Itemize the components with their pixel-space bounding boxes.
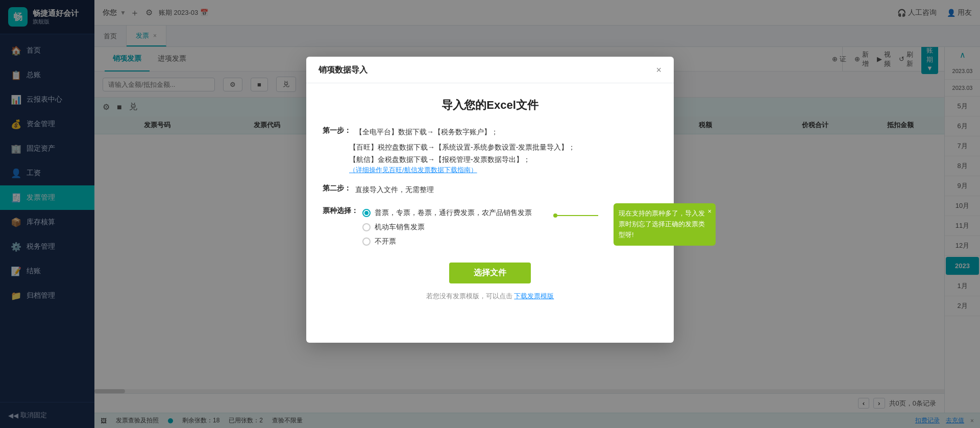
radio-label-1: 机动车销售发票	[375, 223, 425, 232]
ticket-type-label: 票种选择：	[323, 205, 358, 216]
modal-header: 销项数据导入 ×	[306, 57, 674, 83]
step2-content: 直接导入文件，无需整理	[355, 184, 434, 196]
tooltip-bubble: × 现在支持的票种多了，导入发票时别忘了选择正确的发票类型呀!	[614, 203, 716, 245]
step2: 第二步： 直接导入文件，无需整理	[323, 184, 657, 196]
select-file-button[interactable]: 选择文件	[449, 263, 531, 283]
step1-link-row: （详细操作见百旺/航信发票数据下载指南）	[349, 165, 657, 175]
ticket-type-row: 票种选择： 普票，专票，卷票，通行费发票，农产品销售发票 机动车销售发票 不开票	[323, 205, 657, 251]
step1-content-2: 【航信】金税盘数据下载→【报税管理-发票数据导出】；	[349, 155, 530, 163]
step1: 第一步： 【全电平台】数据下载→【税务数字账户】； 【百旺】税控盘数据下载→【系…	[323, 126, 657, 175]
modal-footer: 若您没有发票模版，可以点击 下载发票模版	[323, 292, 657, 301]
tooltip-dot	[553, 213, 557, 218]
radio-option-1[interactable]: 机动车销售发票	[362, 223, 532, 232]
step1-content-0: 【全电平台】数据下载→【税务数字账户】；	[355, 126, 498, 138]
tooltip-text: 现在支持的票种多了，导入发票时别忘了选择正确的发票类型呀!	[619, 209, 705, 239]
modal-main-title: 导入您的Excel文件	[323, 98, 657, 113]
modal-body: 导入您的Excel文件 第一步： 【全电平台】数据下载→【税务数字账户】； 【百…	[306, 83, 674, 343]
step1-label: 第一步：	[323, 126, 351, 135]
step2-label: 第二步：	[323, 184, 351, 193]
download-template-link[interactable]: 下载发票模版	[514, 292, 554, 300]
tooltip-close-btn[interactable]: ×	[707, 206, 712, 217]
step1-row: 第一步： 【全电平台】数据下载→【税务数字账户】；	[323, 126, 657, 138]
step1-indent2: 【航信】金税盘数据下载→【报税管理-发票数据导出】；	[349, 154, 657, 166]
step1-content-1: 【百旺】税控盘数据下载→【系统设置-系统参数设置-发票批量导入】；	[349, 143, 575, 151]
step1-indent1: 【百旺】税控盘数据下载→【系统设置-系统参数设置-发票批量导入】；	[349, 141, 657, 154]
radio-circle-2	[362, 237, 371, 246]
modal-close-button[interactable]: ×	[656, 65, 662, 76]
step2-row: 第二步： 直接导入文件，无需整理	[323, 184, 657, 196]
radio-circle-0	[362, 209, 371, 217]
radio-option-2[interactable]: 不开票	[362, 237, 532, 246]
import-modal: 销项数据导入 × 导入您的Excel文件 第一步： 【全电平台】数据下载→【税务…	[306, 57, 674, 343]
footer-text: 若您没有发票模版，可以点击	[426, 292, 512, 300]
radio-group: 普票，专票，卷票，通行费发票，农产品销售发票 机动车销售发票 不开票	[362, 208, 532, 251]
tooltip-line	[557, 215, 598, 216]
radio-dot-0	[364, 211, 369, 215]
radio-circle-1	[362, 223, 371, 231]
radio-option-0[interactable]: 普票，专票，卷票，通行费发票，农产品销售发票	[362, 208, 532, 218]
radio-label-2: 不开票	[375, 237, 396, 246]
step1-link[interactable]: （详细操作见百旺/航信发票数据下载指南）	[349, 166, 477, 174]
tooltip-connector	[553, 213, 598, 218]
radio-label-0: 普票，专票，卷票，通行费发票，农产品销售发票	[375, 208, 532, 218]
modal-title: 销项数据导入	[318, 65, 368, 76]
